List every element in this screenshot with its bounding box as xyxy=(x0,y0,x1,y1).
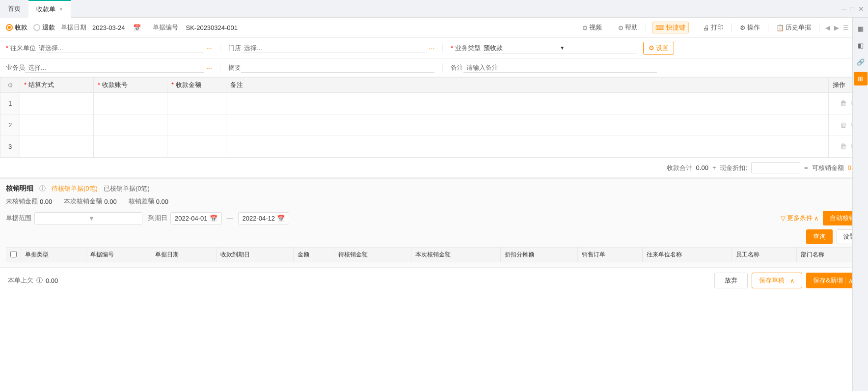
row-delete-icon[interactable]: 🗑 xyxy=(840,99,847,107)
btn-shortcut[interactable]: ⌨ 快捷键 xyxy=(652,22,689,33)
discount-label: 现金折扣: xyxy=(720,164,747,172)
done-tab[interactable]: 已核销单据(0笔) xyxy=(104,184,150,193)
reconcile-section: 核销明细 ⓘ 待核销单据(0笔) 已核销单据(0笔) 未核销金额 0.00 本次… xyxy=(0,177,868,267)
settings-button[interactable]: ⚙ 设置 xyxy=(643,42,674,55)
col-docnum-header: 单据编号 xyxy=(86,248,151,262)
save-draft-button[interactable]: 保存草稿 ∧ xyxy=(752,273,802,288)
btn-print[interactable]: 🖨 打印 xyxy=(701,22,726,33)
footer-left: 本单上欠 ⓘ 0.00 xyxy=(8,276,58,285)
cell-remark[interactable] xyxy=(226,114,829,136)
select-all-checkbox[interactable] xyxy=(10,251,17,257)
staff-field: 业务员 ··· xyxy=(6,63,212,73)
shop-input[interactable] xyxy=(241,43,427,53)
reconcile-info-icon[interactable]: ⓘ xyxy=(39,184,46,193)
footer-value: 0.00 xyxy=(46,277,58,284)
cell-amount[interactable] xyxy=(167,136,226,158)
col-checkbox xyxy=(6,248,21,262)
biz-type-select[interactable]: 预收款 ▼ xyxy=(481,43,637,54)
layout-list-icon[interactable]: ☰ xyxy=(843,24,849,31)
cell-amount[interactable] xyxy=(167,93,226,114)
footer: 本单上欠 ⓘ 0.00 放弃 保存草稿 ∧ 保存&新增 ∧ xyxy=(0,267,868,293)
discount-input[interactable] xyxy=(751,162,800,173)
shop-more-icon[interactable]: ··· xyxy=(429,44,434,52)
cell-amount[interactable] xyxy=(167,114,226,136)
col-type-header: 单据类型 xyxy=(21,248,86,262)
save-draft-arrow-icon[interactable]: ∧ xyxy=(787,277,795,284)
cell-remark[interactable] xyxy=(226,93,829,114)
calendar-end-icon: 📅 xyxy=(277,215,285,222)
calendar-start-icon: 📅 xyxy=(210,215,217,222)
col-settle-header: * 结算方式 xyxy=(20,78,94,93)
calendar-icon[interactable]: 📅 xyxy=(133,24,141,31)
cell-settle[interactable] xyxy=(20,114,94,136)
radio-group: 收款 退款 xyxy=(6,23,55,32)
shortcut-icon: ⌨ xyxy=(655,24,665,31)
biz-type-field: 业务类型 预收款 ▼ xyxy=(451,43,637,54)
btn-video[interactable]: ⊙ 视频 xyxy=(580,22,604,33)
plus-sign: + xyxy=(712,164,716,171)
cell-settle[interactable] xyxy=(20,136,94,158)
sidebar-icon-expand[interactable]: ⊞ xyxy=(854,72,868,85)
help-icon: ⊙ xyxy=(618,24,624,31)
biz-type-value: 预收款 xyxy=(484,44,558,53)
col-account-header: * 收款账号 xyxy=(94,78,167,93)
range-chevron-icon: ▼ xyxy=(88,215,138,222)
cell-settle[interactable] xyxy=(20,93,94,114)
nav-next-icon[interactable]: ▶ xyxy=(834,24,839,31)
col-partner-header: 往来单位名称 xyxy=(643,248,732,262)
pending-tab[interactable]: 待核销单据(0笔) xyxy=(52,184,98,193)
toolbar-row: 收款 退款 单据日期 2023-03-24 📅 单据编号 SK-20230324… xyxy=(0,18,868,38)
row-delete-icon[interactable]: 🗑 xyxy=(840,142,847,150)
tab-receipt[interactable]: 收款单 × xyxy=(28,0,71,18)
btn-ops[interactable]: ⚙ 操作 xyxy=(738,22,762,33)
radio-receipt[interactable]: 收款 xyxy=(6,23,27,32)
tab-home[interactable]: 首页 xyxy=(0,0,28,18)
cell-account[interactable] xyxy=(94,93,167,114)
memo-label: 摘要 xyxy=(228,63,241,72)
window-min-icon[interactable]: ─ xyxy=(841,5,846,13)
memo-input[interactable] xyxy=(241,63,434,73)
window-max-icon[interactable]: □ xyxy=(850,5,854,13)
diff-stat: 核销差额 0.00 xyxy=(129,197,168,206)
staff-input[interactable] xyxy=(25,63,204,73)
col-date-header: 单据日期 xyxy=(151,248,217,262)
tab-close-icon[interactable]: × xyxy=(59,6,63,13)
window-close-icon[interactable]: ✕ xyxy=(858,5,864,13)
radio-refund[interactable]: 退款 xyxy=(33,23,55,32)
row-seq: 1 xyxy=(0,93,20,114)
range-select[interactable]: ▼ xyxy=(34,212,142,224)
filter-icon: ▽ xyxy=(781,215,786,222)
cell-remark[interactable] xyxy=(226,136,829,158)
partner-more-icon[interactable]: ··· xyxy=(206,44,212,52)
cell-account[interactable] xyxy=(94,136,167,158)
sidebar-icon-2[interactable]: ◧ xyxy=(854,38,868,52)
col-amount-header: * 收款金额 xyxy=(167,78,226,93)
diff-value: 0.00 xyxy=(156,198,168,205)
col-order-header: 销售订单 xyxy=(577,248,643,262)
due-end-input[interactable]: 2022-04-12 📅 xyxy=(238,212,290,224)
nav-prev-icon[interactable]: ◀ xyxy=(825,24,830,31)
cell-account[interactable] xyxy=(94,114,167,136)
abandon-button[interactable]: 放弃 xyxy=(714,273,748,288)
query-button[interactable]: 查询 xyxy=(806,229,833,244)
more-conditions-btn[interactable]: ▽ 更多条件 ∧ xyxy=(781,214,819,223)
gear-icon: ⚙ xyxy=(649,44,654,52)
sidebar-icon-1[interactable]: ▦ xyxy=(854,22,868,35)
btn-history[interactable]: 📋 历史单据 xyxy=(774,22,813,33)
form-row-2: 业务员 ··· 摘要 备注 xyxy=(0,59,868,77)
remark-label: 备注 xyxy=(451,63,463,72)
date-label: 单据日期 xyxy=(61,23,86,32)
staff-more-icon[interactable]: ··· xyxy=(206,64,212,72)
print-icon: 🖨 xyxy=(703,24,709,31)
radio-receipt-label: 收款 xyxy=(15,23,27,32)
summary-row: 收款合计 0.00 + 现金折扣: = 可核销金额 0.00 xyxy=(0,158,868,177)
btn-help[interactable]: ⊙ 帮助 xyxy=(616,22,640,33)
due-start-input[interactable]: 2022-04-01 📅 xyxy=(170,212,222,224)
row-delete-icon[interactable]: 🗑 xyxy=(840,121,847,129)
partner-input[interactable] xyxy=(36,43,205,53)
sidebar-icon-link[interactable]: 🔗 xyxy=(854,55,868,69)
sep1 xyxy=(220,43,220,53)
tab-bar-right: ─ □ ✕ xyxy=(841,5,868,13)
remark-input[interactable] xyxy=(463,63,657,73)
table-gear-icon[interactable]: ⚙ xyxy=(4,82,16,89)
